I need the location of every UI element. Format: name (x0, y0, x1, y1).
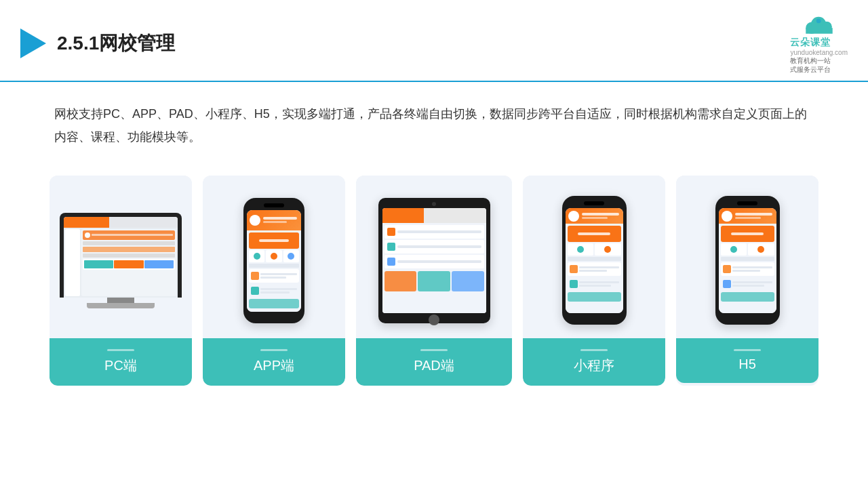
tablet-mockup (378, 198, 490, 323)
cloud-icon (799, 12, 840, 37)
brand-name: 云朵课堂 (790, 37, 831, 49)
card-h5-image (676, 176, 818, 338)
pc-mockup (60, 213, 182, 308)
cards-container: PC端 (0, 155, 868, 406)
header-left: 2.5.1网校管理 (20, 28, 175, 58)
card-mini-label: 小程序 (523, 338, 665, 386)
brand-subtitle: 教育机构一站式服务云平台 (790, 56, 831, 74)
svg-point-4 (816, 18, 821, 23)
brand-triangle-icon (20, 28, 46, 58)
svg-rect-3 (806, 28, 832, 34)
card-pad-image (356, 176, 512, 338)
card-pc-image (50, 176, 192, 338)
page-title: 2.5.1网校管理 (57, 30, 175, 56)
card-h5-label: H5 (676, 338, 818, 383)
card-h5: H5 (676, 176, 818, 386)
brand-logo: 云朵课堂 yunduoketang.com 教育机构一站式服务云平台 (790, 12, 848, 74)
header-right: 云朵课堂 yunduoketang.com 教育机构一站式服务云平台 (790, 12, 848, 74)
phone-mockup-app (243, 198, 304, 323)
description-text: 网校支持PC、APP、PAD、小程序、H5，实现多端打通，产品各终端自由切换，数… (0, 82, 868, 155)
phone-mockup-mini (562, 196, 627, 325)
card-app: APP端 (203, 176, 345, 386)
card-mini-program: 小程序 (523, 176, 665, 386)
card-app-label: APP端 (203, 338, 345, 386)
card-pc: PC端 (50, 176, 192, 386)
card-pad: PAD端 (356, 176, 512, 386)
card-app-image (203, 176, 345, 338)
page-header: 2.5.1网校管理 云朵课堂 yunduoketang.com 教育机构一站式服… (0, 0, 868, 82)
card-pc-label: PC端 (50, 338, 192, 386)
brand-domain: yunduoketang.com (790, 49, 848, 56)
phone-mockup-h5 (715, 196, 780, 325)
card-mini-image (523, 176, 665, 338)
card-pad-label: PAD端 (356, 338, 512, 386)
